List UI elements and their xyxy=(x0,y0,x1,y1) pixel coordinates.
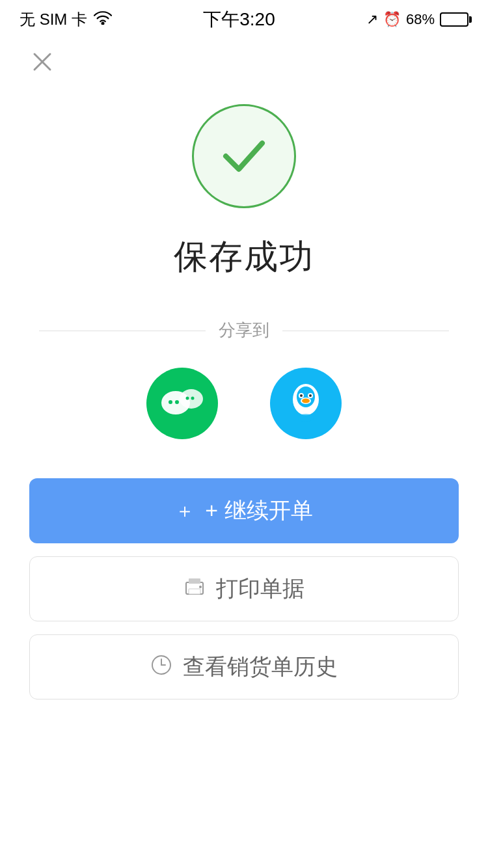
action-buttons: ＋ + 继续开单 打印单据 查看销货单历史 xyxy=(29,478,459,699)
status-bar: 无 SIM 卡 下午3:20 ↗ ⏰ 68% xyxy=(0,0,488,39)
share-icons xyxy=(146,368,342,439)
svg-point-15 xyxy=(298,414,314,422)
history-button[interactable]: 查看销货单历史 xyxy=(29,634,459,699)
share-label: 分享到 xyxy=(206,319,282,342)
wechat-share-button[interactable] xyxy=(146,368,218,439)
qq-share-button[interactable] xyxy=(270,368,342,439)
svg-point-5 xyxy=(175,400,179,404)
svg-rect-19 xyxy=(189,589,200,594)
status-right: ↗ ⏰ 68% xyxy=(366,11,468,28)
main-content: 保存成功 分享到 xyxy=(0,39,488,699)
svg-point-20 xyxy=(199,586,202,588)
continue-order-label: + 继续开单 xyxy=(205,496,312,526)
print-label: 打印单据 xyxy=(216,574,305,604)
plus-icon: ＋ xyxy=(175,498,195,524)
print-icon xyxy=(183,577,206,601)
share-divider: 分享到 xyxy=(0,319,488,342)
share-section: 分享到 xyxy=(0,319,488,439)
continue-order-button[interactable]: ＋ + 继续开单 xyxy=(29,478,459,543)
svg-point-4 xyxy=(169,400,172,404)
sim-status: 无 SIM 卡 xyxy=(20,9,87,30)
battery-percent: 68% xyxy=(406,11,435,28)
svg-point-7 xyxy=(191,397,195,400)
svg-point-16 xyxy=(302,399,310,403)
svg-point-13 xyxy=(309,394,312,397)
close-button[interactable] xyxy=(26,46,59,78)
battery-icon xyxy=(440,12,468,27)
svg-rect-18 xyxy=(189,578,200,584)
success-icon-circle xyxy=(192,104,296,208)
success-title: 保存成功 xyxy=(174,234,314,280)
history-label: 查看销货单历史 xyxy=(183,652,338,682)
history-icon xyxy=(150,654,172,681)
alarm-icon: ⏰ xyxy=(383,11,401,28)
status-time: 下午3:20 xyxy=(203,7,275,32)
svg-point-12 xyxy=(300,394,303,397)
check-icon xyxy=(218,129,270,183)
status-left: 无 SIM 卡 xyxy=(20,9,112,30)
svg-point-6 xyxy=(186,397,189,400)
wifi-icon xyxy=(94,10,112,29)
print-button[interactable]: 打印单据 xyxy=(29,556,459,621)
location-icon: ↗ xyxy=(366,11,378,28)
